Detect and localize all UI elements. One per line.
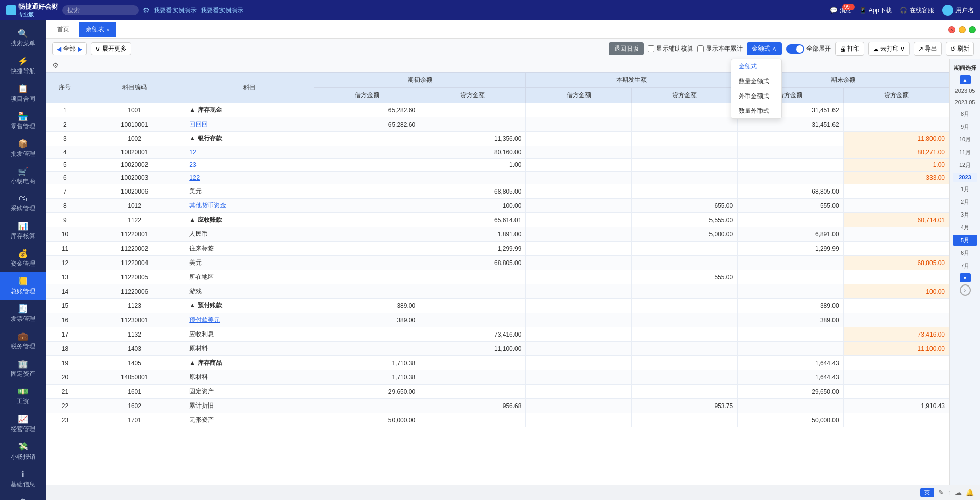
date-9[interactable]: 9月 [953,122,977,132]
dropdown-item-qty-amount[interactable]: 数量金额式 [731,74,781,89]
app-download-btn[interactable]: 📱 App下载 [859,6,892,15]
dropdown-item-qty-foreign[interactable]: 数量外币式 [731,104,781,118]
search-input[interactable] [62,5,139,15]
tab-balance[interactable]: 余额表 × [79,22,116,37]
sidebar-item-purchase[interactable]: 🛍 采购管理 [0,190,46,217]
upload-icon[interactable]: ↑ [948,489,951,496]
cell-ob-credit: 80,160.00 [420,146,526,159]
notification-badge: 99+ [842,4,855,10]
sidebar-item-ecommerce[interactable]: 🛒 小畅电商 [0,162,46,190]
date-6[interactable]: 6月 [953,248,977,258]
expand-btn[interactable]: ∨ 展开更多 [91,42,131,55]
period-up-arrow[interactable]: ▲ [960,75,971,84]
cell-ob-credit: 11,100.00 [420,342,526,356]
date-10[interactable]: 10月 [953,134,977,145]
panel-collapse-btn[interactable]: › [960,284,971,296]
demo-text[interactable]: 我要看实例演示 [201,6,243,15]
payroll-icon: 💵 [18,387,28,396]
period-up-btn[interactable]: ▲ [960,75,971,84]
sidebar-item-project[interactable]: 📋 项目合同 [0,80,46,107]
show-auxiliary-check[interactable]: 显示辅助核算 [648,44,693,53]
cell-code: 1132 [84,327,185,342]
date-4[interactable]: 4月 [953,222,977,233]
filter-arrow-icon[interactable]: ▶ [78,45,82,53]
date-year-2023[interactable]: 2023 [953,173,977,182]
cloud-icon[interactable]: ☁ [955,489,962,496]
date-2023-05-second[interactable]: 2023.05 [953,98,977,107]
period-down-arrow[interactable]: ▼ [960,273,971,282]
win-close-btn[interactable]: × [948,26,955,33]
ledger-icon: 📒 [18,276,28,286]
cell-name[interactable]: 回回回 [185,117,314,132]
ytd-checkbox[interactable] [697,45,704,52]
sidebar-item-assets[interactable]: 🏢 固定资产 [0,355,46,383]
date-2[interactable]: 2月 [953,197,977,207]
cell-name[interactable]: 其他货币资金 [185,199,314,213]
dropdown-item-foreign-amount[interactable]: 外币金额式 [731,89,781,104]
period-down-btn[interactable]: ▼ [960,273,971,282]
sidebar-item-retail[interactable]: 🏪 零售管理 [0,107,46,135]
notification-btn[interactable]: 💬 消息 99+ [830,7,851,14]
cell-pd-debit [526,385,631,399]
balance-table: 序号 科目编码 科目 期初余额 本期发生额 期末余额 借方金额 贷方金额 借方金… [46,72,949,427]
cell-cb-debit: 31,451.62 [738,117,843,132]
print-btn[interactable]: 🖨 打印 [835,42,864,56]
cloud-print-btn[interactable]: ☁ 云打印 ∨ [868,42,910,56]
style-btn[interactable]: 金额式 ∧ [747,42,782,55]
settings-gear-icon[interactable]: ⚙ [143,6,150,14]
cell-name[interactable]: 122 [185,172,314,184]
sidebar-item-finance[interactable]: 💰 资金管理 [0,245,46,272]
win-minimize-btn[interactable] [959,26,966,33]
cell-pd-credit [631,313,737,327]
online-service-btn[interactable]: 🎧 在线客服 [900,6,934,15]
sidebar-item-system[interactable]: ⚙ 系统管理 [0,493,46,500]
cell-pd-debit [526,370,631,385]
date-7[interactable]: 7月 [953,260,977,271]
date-1[interactable]: 1月 [953,184,977,195]
user-avatar[interactable]: 用户名 [942,5,974,16]
sidebar-item-invoice[interactable]: 🧾 发票管理 [0,300,46,327]
cell-name[interactable]: 12 [185,146,314,159]
column-settings-icon[interactable]: ⚙ [52,61,59,69]
expand-all-toggle[interactable]: 全部展开 [786,44,831,54]
date-11[interactable]: 11月 [953,147,977,158]
auxiliary-checkbox[interactable] [648,45,654,52]
sidebar-item-tax[interactable]: 💼 税务管理 [0,327,46,355]
sidebar-item-operations[interactable]: 📈 经营管理 [0,410,46,438]
date-3[interactable]: 3月 [953,209,977,220]
notification-bottom-icon[interactable]: 🔔 [966,489,974,496]
export-btn[interactable]: ↗ 导出 [914,42,942,56]
sidebar-item-ledger[interactable]: 📒 总账管理 [0,272,46,300]
sidebar-item-wholesale[interactable]: 📦 批发管理 [0,135,46,162]
refresh-btn[interactable]: ↺ 刷新 [946,42,974,56]
demo-link[interactable]: 我要看实例演示 [154,6,197,15]
back-to-old-btn[interactable]: 退回旧版 [609,42,644,55]
tab-home[interactable]: 首页 [50,22,77,37]
lang-btn[interactable]: 英 [920,488,934,497]
date-5-current[interactable]: 5月 [953,235,977,246]
export-icon: ↗ [918,45,923,53]
filter-group[interactable]: ◀ 全部 ▶ [52,42,87,55]
toggle-control[interactable] [786,44,804,54]
cell-name[interactable]: 预付款美元 [185,313,314,327]
sidebar-item-expense[interactable]: 💸 小畅报销 [0,438,46,465]
date-8[interactable]: 8月 [953,109,977,120]
cell-code: 11220006 [84,284,185,299]
cell-cb-credit [843,313,949,327]
tab-balance-close[interactable]: × [106,27,109,33]
show-ytd-check[interactable]: 显示本年累计 [697,44,743,53]
table-area-wrapper: ⚙ 序号 科目编码 科目 期初余额 本期发生额 期末余额 借方金额 [46,59,980,485]
edit-icon[interactable]: ✎ [938,489,944,496]
username: 用户名 [955,6,974,15]
date-12[interactable]: 12月 [953,160,977,171]
win-maximize-btn[interactable] [969,26,976,33]
sidebar-item-search[interactable]: 🔍 搜索菜单 [0,25,46,52]
sidebar-item-basic[interactable]: ℹ 基础信息 [0,465,46,493]
sidebar-item-payroll[interactable]: 💵 工资 [0,383,46,410]
date-2023-05-top[interactable]: 2023.05 [953,86,977,96]
cell-name[interactable]: 23 [185,159,314,172]
sidebar-item-quicknav[interactable]: ⚡ 快捷导航 [0,52,46,80]
sidebar-item-inventory[interactable]: 📊 库存核算 [0,217,46,245]
dropdown-item-amount[interactable]: 金额式 [731,59,781,74]
cell-ob-debit [314,184,420,199]
